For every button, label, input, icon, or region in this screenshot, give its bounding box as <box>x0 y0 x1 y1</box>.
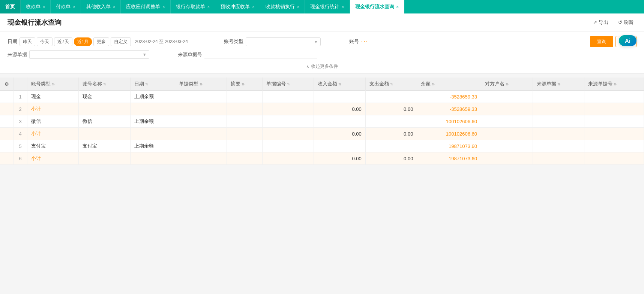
sort-icon: ⇅ <box>614 82 617 86</box>
chevron-down-icon: ▾ <box>315 39 317 45</box>
refresh-icon: ↺ <box>618 19 622 25</box>
date-label: 日期 <box>8 38 17 45</box>
th-income[interactable]: 收入金额⇅ <box>314 78 366 91</box>
th-source-doc[interactable]: 来源单据⇅ <box>533 78 584 91</box>
th-summary[interactable]: 摘要⇅ <box>227 78 262 91</box>
sort-icon: ⇅ <box>432 82 435 86</box>
date-btn-yesterday[interactable]: 昨天 <box>20 37 35 46</box>
nav-yinhangcunqukuandan[interactable]: 银行存取款单 × <box>171 0 215 13</box>
th-account-type[interactable]: 账号类型⇅ <box>27 78 79 91</box>
account-filter-group: 账号 ··· <box>349 38 368 45</box>
th-date[interactable]: 日期⇅ <box>130 78 175 91</box>
sort-icon: ⇅ <box>506 82 509 86</box>
nav-yingshoutiaozhengdan[interactable]: 应收应付调整单 × <box>121 0 170 13</box>
source-doc-label: 来源单据 <box>8 51 27 58</box>
th-account-name[interactable]: 账号名称⇅ <box>79 78 131 91</box>
close-icon[interactable]: × <box>73 4 75 9</box>
refresh-button[interactable]: ↺ 刷新 <box>615 18 636 27</box>
table-row[interactable]: 4小计0.000.00100102606.60 <box>0 128 644 140</box>
nav-shoukuandan[interactable]: 收款单 × <box>21 0 51 13</box>
sort-icon: ⇅ <box>390 82 393 86</box>
account-label: 账号 <box>349 38 359 45</box>
filter-row-2: 来源单据 ▾ 来源单据号 <box>8 50 636 59</box>
nav-qitashourudan[interactable]: 其他收入单 × <box>81 0 121 13</box>
table-row[interactable]: 5支付宝支付宝上期余额19871073.60 <box>0 140 644 152</box>
source-doc-num-input[interactable] <box>204 51 317 58</box>
collapse-up-icon: ∧ <box>306 64 309 69</box>
chevron-down-icon: ▾ <box>143 52 146 57</box>
source-doc-num-filter-group: 来源单据号 <box>178 51 317 58</box>
th-counterpart[interactable]: 对方户名⇅ <box>481 78 533 91</box>
sort-icon: ⇅ <box>287 82 290 86</box>
query-button[interactable]: 查询 <box>590 36 613 47</box>
table-row[interactable]: 3微信微信上期余额100102606.60 <box>0 115 644 128</box>
source-doc-select[interactable]: ▾ <box>29 50 149 59</box>
account-type-filter-group: 账号类型 ▾ <box>224 37 321 46</box>
table-row[interactable]: 6小计0.000.0019871073.60 <box>0 152 644 165</box>
gear-icon: ⚙ <box>5 81 9 87</box>
data-table: ⚙ 账号类型⇅ 账号名称⇅ 日期⇅ 单据类型⇅ 摘要⇅ 单据编号 <box>0 78 644 165</box>
page-title: 现金银行流水查询 <box>8 18 62 27</box>
source-doc-filter-group: 来源单据 ▾ <box>8 50 149 59</box>
th-settings[interactable]: ⚙ <box>0 78 14 91</box>
th-doc-no[interactable]: 单据编号⇅ <box>262 78 314 91</box>
ai-button[interactable]: Ai <box>619 35 636 46</box>
account-type-select[interactable]: ▾ <box>246 37 321 46</box>
th-expense[interactable]: 支出金额⇅ <box>365 78 417 91</box>
account-more-button[interactable]: ··· <box>361 38 368 45</box>
nav-xianjinyinhangtongjit[interactable]: 现金银行统计 × <box>305 0 350 13</box>
close-icon[interactable]: × <box>43 4 45 9</box>
header-actions: ↗ 导出 ↺ 刷新 <box>590 18 636 27</box>
sort-icon: ⇅ <box>145 82 148 86</box>
nav-fukuandan[interactable]: 付款单 × <box>51 0 81 13</box>
sort-icon: ⇅ <box>200 82 203 86</box>
filter-area: 日期 昨天 今天 近7天 近1月 更多 自定义 2023-02-24 至 202… <box>0 31 644 74</box>
nav-yushoudan[interactable]: 预收冲应收单 × <box>215 0 260 13</box>
date-btn-1month[interactable]: 近1月 <box>74 37 92 46</box>
account-type-label: 账号类型 <box>224 38 243 45</box>
sort-icon: ⇅ <box>103 82 106 86</box>
th-balance[interactable]: 余额⇅ <box>417 78 481 91</box>
table-container: ⚙ 账号类型⇅ 账号名称⇅ 日期⇅ 单据类型⇅ 摘要⇅ 单据编号 <box>0 78 644 165</box>
date-btn-today[interactable]: 今天 <box>37 37 53 46</box>
close-icon[interactable]: × <box>113 4 115 9</box>
table-header-row: ⚙ 账号类型⇅ 账号名称⇅ 日期⇅ 单据类型⇅ 摘要⇅ 单据编号 <box>0 78 644 91</box>
date-filter-group: 日期 昨天 今天 近7天 近1月 更多 自定义 2023-02-24 至 202… <box>8 37 188 46</box>
th-row-num <box>14 78 27 91</box>
table-body: 1现金现金上期余额-3528659.332小计0.000.00-3528659.… <box>0 91 644 165</box>
nav-xianjinliushui[interactable]: 现金银行流水查询 × <box>350 0 404 13</box>
close-icon[interactable]: × <box>207 4 210 9</box>
sort-icon: ⇅ <box>338 82 341 86</box>
export-button[interactable]: ↗ 导出 <box>590 18 611 27</box>
date-btn-custom[interactable]: 自定义 <box>111 37 131 46</box>
collapse-bar[interactable]: ∧ 收起更多条件 <box>8 62 636 70</box>
nav-home[interactable]: 首页 <box>0 0 21 13</box>
th-doc-type[interactable]: 单据类型⇅ <box>175 78 227 91</box>
export-icon: ↗ <box>593 19 597 25</box>
date-btn-more[interactable]: 更多 <box>93 37 109 46</box>
date-range-display: 2023-02-24 至 2023-03-24 <box>135 39 188 45</box>
table-row[interactable]: 2小计0.000.00-3528659.33 <box>0 103 644 115</box>
close-icon[interactable]: × <box>396 4 399 9</box>
sort-icon: ⇅ <box>242 82 245 86</box>
sort-icon: ⇅ <box>52 82 55 86</box>
close-icon[interactable]: × <box>297 4 299 9</box>
close-icon[interactable]: × <box>252 4 254 9</box>
sort-icon: ⇅ <box>557 82 560 86</box>
top-nav: 首页 收款单 × 付款单 × 其他收入单 × 应收应付调整单 × 银行存取款单 … <box>0 0 644 13</box>
date-options: 昨天 今天 近7天 近1月 更多 自定义 <box>20 37 131 46</box>
close-icon[interactable]: × <box>162 4 165 9</box>
page-header: 现金银行流水查询 ↗ 导出 ↺ 刷新 <box>0 13 644 31</box>
filter-row-1: 日期 昨天 今天 近7天 近1月 更多 自定义 2023-02-24 至 202… <box>8 36 636 47</box>
close-icon[interactable]: × <box>342 4 344 9</box>
date-btn-7days[interactable]: 近7天 <box>54 37 72 46</box>
th-source-doc-no[interactable]: 来源单据号⇅ <box>584 78 644 91</box>
nav-shoukuanhexiao[interactable]: 收款核销执行 × <box>260 0 305 13</box>
table-row[interactable]: 1现金现金上期余额-3528659.33 <box>0 91 644 103</box>
source-doc-num-label: 来源单据号 <box>178 51 202 58</box>
